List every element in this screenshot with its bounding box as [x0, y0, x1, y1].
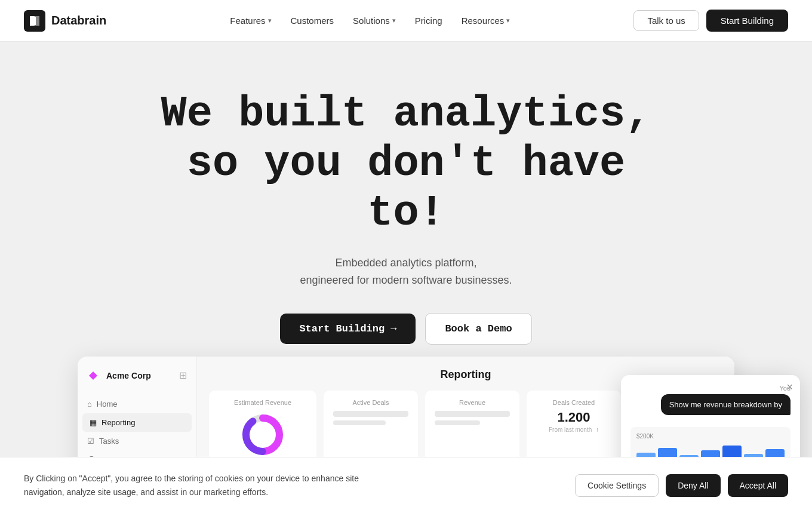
sidebar-menu-icon: ⊞: [179, 370, 187, 381]
estimated-revenue-card: Estimated Revenue: [209, 391, 316, 467]
cookie-banner: By Clicking on "Accept", you agree to th…: [0, 457, 812, 513]
home-icon: ⌂: [87, 400, 92, 408]
cookie-settings-button[interactable]: Cookie Settings: [575, 474, 659, 497]
revenue-label: Revenue: [435, 399, 510, 406]
book-demo-button[interactable]: Book a Demo: [425, 313, 531, 345]
databrain-logo-icon: [24, 10, 45, 32]
nav-links: Features ▾ Customers Solutions ▾ Pricing…: [230, 16, 510, 26]
active-deals-card: Active Deals: [324, 391, 418, 467]
sidebar-logo-icon: [87, 368, 102, 383]
deals-created-card: Deals Created 1.200 From last month ↑: [527, 391, 621, 467]
start-building-hero-button[interactable]: Start Building →: [280, 314, 416, 344]
hero-buttons: Start Building → Book a Demo: [280, 313, 531, 345]
chat-close-button[interactable]: ×: [786, 381, 793, 394]
deals-created-label: Deals Created: [536, 399, 611, 406]
logo[interactable]: Databrain: [24, 10, 106, 32]
arrow-icon: →: [390, 323, 396, 334]
deny-all-button[interactable]: Deny All: [666, 474, 720, 497]
active-deals-label: Active Deals: [333, 399, 408, 406]
sidebar-company-name: Acme Corp: [106, 371, 151, 380]
navbar: Databrain Features ▾ Customers Solutions…: [0, 0, 812, 42]
talk-to-us-button[interactable]: Talk to us: [633, 10, 699, 31]
start-building-nav-button[interactable]: Start Building: [706, 10, 788, 32]
hero-subtitle: Embedded analytics platform, engineered …: [300, 254, 512, 289]
revenue-card: Revenue: [425, 391, 519, 467]
sidebar-item-home[interactable]: ⌂ Home: [78, 395, 196, 413]
chat-message-bubble: Show me revenue breakdown by: [661, 394, 791, 415]
nav-solutions[interactable]: Solutions ▾: [353, 16, 396, 26]
donut-chart: [219, 411, 307, 459]
deals-created-value: 1.200: [536, 410, 611, 425]
hero-title: We built analytics, so you don't have to…: [137, 90, 675, 238]
nav-actions: Talk to us Start Building: [633, 10, 788, 32]
nav-resources[interactable]: Resources ▾: [462, 16, 510, 26]
sidebar-item-reporting[interactable]: ▦ Reporting: [82, 413, 192, 432]
logo-text: Databrain: [51, 14, 106, 27]
nav-customers[interactable]: Customers: [291, 16, 334, 26]
estimated-revenue-label: Estimated Revenue: [219, 399, 307, 406]
reporting-icon: ▦: [90, 418, 97, 427]
nav-features[interactable]: Features ▾: [230, 16, 271, 26]
chart-value-label: $200K: [636, 433, 785, 440]
sidebar-header: Acme Corp ⊞: [78, 368, 196, 395]
tasks-icon: ☑: [87, 437, 94, 446]
cookie-actions: Cookie Settings Deny All Accept All: [575, 474, 788, 497]
nav-pricing[interactable]: Pricing: [415, 16, 442, 26]
sidebar-item-tasks[interactable]: ☑ Tasks: [78, 432, 196, 450]
accept-all-button[interactable]: Accept All: [728, 474, 788, 497]
deals-created-sub: From last month ↑: [536, 426, 611, 433]
cookie-text: By Clicking on "Accept", you agree to th…: [24, 472, 382, 499]
chat-you-label: You: [630, 385, 791, 392]
